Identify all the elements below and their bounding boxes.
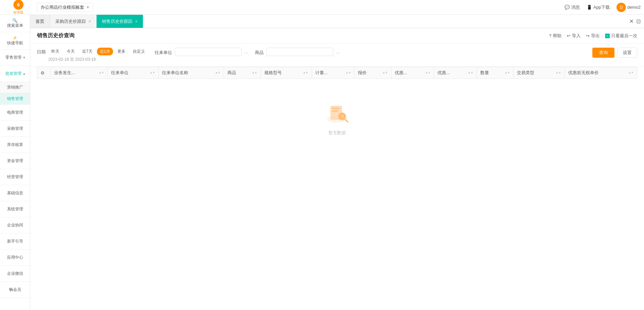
col-discount2[interactable]: 优惠... ▲▼	[434, 67, 477, 79]
sidebar-item-appcenter[interactable]: 应用中心	[0, 250, 30, 266]
sidebar-item-basic[interactable]: 基础信息	[0, 185, 30, 201]
sidebar-item-quick-nav[interactable]: ⚡ 快捷导航	[0, 32, 30, 50]
partner-dots-button[interactable]: ...	[245, 49, 248, 54]
partner-input[interactable]	[175, 48, 242, 56]
export-button[interactable]: ↪ 导出	[586, 33, 600, 39]
sidebar-item-beginner[interactable]: 新手引导	[0, 234, 30, 250]
table-header-row: ⚙ 业务发生... ▲▼ 往来单位	[37, 67, 637, 79]
query-button[interactable]: 查询	[592, 48, 614, 58]
col-quantity[interactable]: 数量 ▲▼	[477, 67, 514, 79]
date-btn-7days[interactable]: 近7天	[79, 48, 96, 55]
col-trade-type[interactable]: 交易类型 ▲▼	[514, 67, 565, 79]
sidebar-item-retail[interactable]: 零售管理 ▼	[0, 50, 30, 66]
col-pretax-price[interactable]: 优惠前无税单价 ▲▼	[565, 67, 637, 79]
date-btn-today[interactable]: 今天	[64, 48, 78, 55]
import-button[interactable]: ↩ 导入	[567, 33, 581, 39]
sidebar-appcenter-label: 应用中心	[7, 255, 23, 260]
goods-filter-group: 商品 ...	[255, 48, 340, 56]
message-label: 消息	[571, 4, 580, 10]
page-title-bar: 销售历史价查询 ? 帮助 ↩ 导入 ↪ 导出 ✓	[30, 28, 644, 44]
tab-home[interactable]: 首页	[30, 15, 50, 28]
sort-arrows-discount1: ▲▼	[425, 71, 431, 74]
workspace-arrow-icon: ▼	[86, 5, 90, 9]
date-filter-label: 日期	[37, 49, 46, 55]
svg-rect-2	[332, 108, 340, 109]
date-filter-group: 日期 昨天 今天 近7天 近1月 更多 自定义 2023-02-18 至 202…	[37, 48, 148, 62]
sidebar-item-system[interactable]: 系统管理	[0, 201, 30, 217]
sidebar-sub-sales[interactable]: 销售管理	[0, 93, 30, 105]
date-btn-custom[interactable]: 自定义	[130, 48, 148, 55]
sidebar-item-purchase[interactable]: 采购管理	[0, 121, 30, 137]
page-content: 销售历史价查询 ? 帮助 ↩ 导入 ↪ 导出 ✓	[30, 28, 644, 310]
top-header: 6 标准版 办公用品行业模拟账套 ▼ 💬 消息 📱 App下载 D demo2	[0, 0, 644, 15]
help-label: 帮助	[553, 33, 561, 39]
goods-dots-button[interactable]: ...	[336, 49, 340, 54]
col-goods-label: 商品	[227, 70, 236, 76]
import-label: 导入	[572, 33, 581, 39]
col-unit[interactable]: 计量... ▲▼	[312, 67, 355, 79]
filter-actions: 查询 设置	[592, 48, 637, 58]
sidebar-wechat-label: 企业微信	[7, 271, 23, 276]
user-avatar-area[interactable]: D demo2	[616, 3, 641, 12]
user-name: demo2	[627, 5, 641, 10]
help-button[interactable]: ? 帮助	[549, 33, 561, 39]
date-btn-1month[interactable]: 近1月	[97, 48, 113, 55]
sidebar-item-finance[interactable]: 资金管理	[0, 153, 30, 169]
col-biz-date[interactable]: 业务发生... ▲▼	[51, 67, 108, 79]
sidebar-item-enterprise[interactable]: 企业协同	[0, 217, 30, 234]
sort-arrows-pretax-price: ▲▼	[628, 71, 634, 74]
tab-sales-close-icon[interactable]: ×	[135, 19, 138, 24]
sidebar-finance-label: 资金管理	[7, 158, 23, 164]
sidebar-item-wechat[interactable]: 企业微信	[0, 266, 30, 282]
sort-arrows-biz-date: ▲▼	[99, 71, 104, 74]
col-partner-code-label: 往来单位	[111, 70, 128, 76]
sidebar-item-wholesale[interactable]: 批发管理 ▲	[0, 66, 30, 82]
logo-area: 6 标准版	[3, 0, 34, 15]
sidebar-item-ecom[interactable]: 电商管理	[0, 105, 30, 121]
goods-input[interactable]	[266, 48, 333, 56]
date-btn-more[interactable]: 更多	[114, 48, 128, 55]
col-partner-name[interactable]: 往来单位名称 ▲▼	[159, 67, 224, 79]
sidebar-sub-marketing[interactable]: 营销推广	[0, 82, 30, 93]
col-settings[interactable]: ⚙	[37, 67, 51, 79]
col-spec[interactable]: 规格型号 ▲▼	[261, 67, 312, 79]
sort-arrows-unit: ▲▼	[346, 71, 351, 74]
sidebar-purchase-label: 采购管理	[7, 126, 23, 132]
tab-purchase-close-icon[interactable]: ×	[89, 19, 91, 24]
col-discount1[interactable]: 优惠... ▲▼	[391, 67, 434, 79]
date-buttons: 昨天 今天 近7天 近1月 更多 自定义	[48, 48, 148, 55]
tab-sales-history[interactable]: 销售历史价跟踪 ×	[97, 15, 143, 28]
sidebar-operation-label: 经营管理	[7, 174, 23, 180]
logo-text: 标准版	[13, 10, 23, 15]
sidebar-item-operation[interactable]: 经营管理	[0, 169, 30, 185]
checkbox-checked-icon: ✓	[605, 34, 610, 38]
workspace-selector[interactable]: 办公用品行业模拟账套 ▼	[37, 3, 93, 12]
maximize-window-icon[interactable]: ⊡	[636, 18, 641, 24]
col-trade-type-label: 交易类型	[517, 70, 534, 76]
sidebar-member-label: 畅会员	[9, 287, 21, 293]
close-window-icon[interactable]: ✕	[629, 18, 634, 24]
col-discount1-label: 优惠...	[395, 70, 407, 76]
page-title: 销售历史价查询	[37, 32, 74, 39]
logo-icon: 6	[13, 0, 23, 10]
tab-purchase-history[interactable]: 采购历史价跟踪 ×	[50, 15, 97, 28]
header-right: 💬 消息 📱 App下载 D demo2	[565, 3, 641, 12]
col-price[interactable]: 报价 ▲▼	[355, 67, 391, 79]
setting-button[interactable]: 设置	[617, 48, 637, 58]
col-goods[interactable]: 商品 ▲▼	[224, 67, 261, 79]
table-settings-icon[interactable]: ⚙	[41, 70, 45, 75]
sort-arrows-discount2: ▲▼	[468, 71, 473, 74]
content-area: 首页 采购历史价跟踪 × 销售历史价跟踪 × ✕ ⊡ 销售历史价查询	[30, 15, 644, 310]
col-partner-code[interactable]: 往来单位 ▲▼	[108, 67, 159, 79]
sidebar-item-search[interactable]: 🔍 搜索菜单	[0, 15, 30, 32]
sidebar-item-member[interactable]: 畅会员	[0, 282, 30, 298]
message-button[interactable]: 💬 消息	[565, 4, 580, 10]
app-download-button[interactable]: 📱 App下载	[587, 4, 610, 10]
sidebar-basic-label: 基础信息	[7, 190, 23, 196]
only-last-checkbox[interactable]: ✓ 只看最后一次	[605, 33, 637, 39]
partner-filter-group: 往来单位 ...	[155, 48, 248, 56]
sidebar-wholesale-label: 批发管理	[4, 71, 22, 76]
sidebar-item-inventory[interactable]: 库存核算	[0, 137, 30, 153]
data-table: ⚙ 业务发生... ▲▼ 往来单位	[37, 67, 637, 79]
date-btn-yesterday[interactable]: 昨天	[48, 48, 62, 55]
